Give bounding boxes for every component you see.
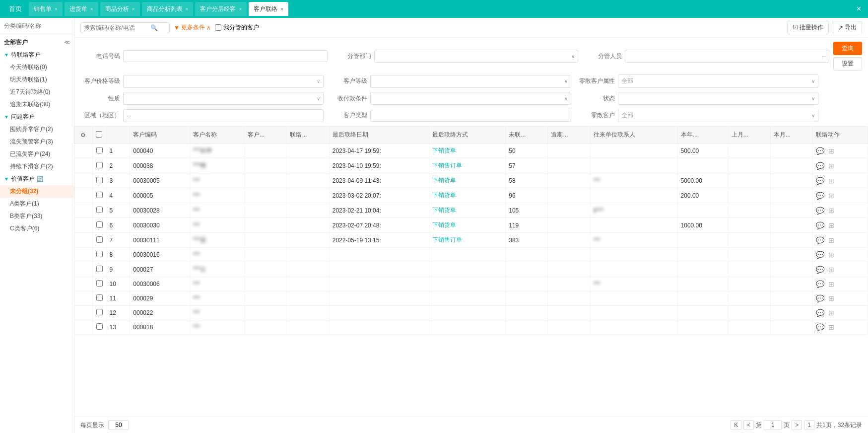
filter-dept-select[interactable]: ∨ — [374, 50, 579, 63]
current-page-input[interactable] — [764, 420, 782, 430]
reset-button[interactable]: 设置 — [833, 57, 862, 71]
checkbox-cell[interactable] — [92, 277, 106, 291]
sidebar-item-tomorrow-pending[interactable]: 明天待联络(1) — [0, 73, 74, 86]
row-checkbox[interactable] — [96, 147, 103, 153]
last-contact-type-column-header[interactable]: 最后联络方式 — [429, 127, 506, 144]
row-checkbox[interactable] — [96, 192, 103, 198]
sidebar-item-abnormal-customers[interactable]: 囤购异常客户(2) — [0, 123, 74, 136]
close-window-button[interactable]: × — [854, 4, 864, 13]
code-column-header[interactable]: 客户编码 — [130, 127, 190, 144]
sidebar-group-problem[interactable]: ▼ 问题客户 — [0, 111, 74, 123]
last-contact-type-cell[interactable]: 下销货单 — [429, 144, 506, 158]
sidebar-item-today-pending[interactable]: 今天待联络(0) — [0, 61, 74, 73]
filter-payment-select[interactable]: ∨ — [370, 92, 571, 105]
close-sales-tab[interactable]: × — [55, 6, 58, 12]
sidebar-item-declining[interactable]: 持续下滑客户(2) — [0, 160, 74, 173]
first-page-button[interactable]: K — [731, 420, 741, 430]
grid-icon[interactable]: ⊞ — [828, 294, 834, 302]
last-contact-type-cell[interactable] — [429, 320, 506, 335]
last-month-column-header[interactable]: 上月... — [728, 127, 770, 144]
tab-analysis-list[interactable]: 商品分析列表 × — [142, 2, 194, 16]
last-contact-type-cell[interactable]: 下销货单 — [429, 203, 506, 218]
grid-icon[interactable]: ⊞ — [828, 162, 834, 170]
contact-type-link[interactable]: 下销货单 — [432, 177, 456, 184]
comment-icon[interactable]: 💬 — [816, 323, 824, 331]
batch-op-button[interactable]: ☑ 批量操作 — [787, 21, 829, 34]
last-page-button[interactable]: 1 — [804, 420, 814, 430]
close-customer-contact-tab[interactable]: × — [280, 6, 283, 12]
no-contact-column-header[interactable]: 未联... — [506, 127, 548, 144]
last-contact-type-cell[interactable]: 下销售订单 — [429, 233, 506, 248]
last-contact-type-cell[interactable] — [429, 291, 506, 306]
sidebar-search-input[interactable] — [4, 22, 74, 29]
per-page-input[interactable] — [108, 420, 129, 430]
this-year-column-header[interactable]: 本年... — [677, 127, 728, 144]
contact-type-link[interactable]: 下销售订单 — [432, 162, 462, 169]
contact-type-link[interactable]: 下销货单 — [432, 207, 456, 214]
checkbox-cell[interactable] — [92, 188, 106, 203]
last-contact-type-cell[interactable]: 下销售订单 — [429, 158, 506, 173]
filter-customer-level-select[interactable]: ∨ — [370, 75, 571, 88]
unit-contact-column-header[interactable]: 往来单位联系人 — [590, 127, 677, 144]
last-contact-type-cell[interactable] — [429, 248, 506, 262]
sidebar-item-overdue-no-contact[interactable]: 逾期未联络(30) — [0, 98, 74, 111]
contact-type-link[interactable]: 下销售订单 — [432, 236, 462, 243]
tab-customer-segment[interactable]: 客户分层经客 × — [195, 2, 247, 16]
comment-icon[interactable]: 💬 — [816, 162, 824, 170]
row-checkbox[interactable] — [96, 177, 103, 183]
overdue-column-header[interactable]: 逾期... — [548, 127, 590, 144]
row-checkbox[interactable] — [96, 221, 103, 228]
comment-icon[interactable]: 💬 — [816, 280, 824, 288]
comment-icon[interactable]: 💬 — [816, 294, 824, 302]
export-button[interactable]: ↗ 导出 — [833, 21, 862, 34]
row-checkbox[interactable] — [96, 207, 103, 213]
tab-sales[interactable]: 销售单 × — [29, 2, 63, 16]
row-checkbox[interactable] — [96, 266, 103, 272]
close-analysis-tab[interactable]: × — [132, 6, 135, 12]
filter-manager-select[interactable]: ··· — [625, 50, 829, 63]
last-contact-type-cell[interactable]: 下销货单 — [429, 173, 506, 188]
close-purchase-tab[interactable]: × — [90, 6, 93, 12]
checkbox-cell[interactable] — [92, 158, 106, 173]
last-contact-type-cell[interactable] — [429, 262, 506, 277]
sidebar-item-class-a[interactable]: A类客户(1) — [0, 198, 74, 210]
sidebar-item-ungroup[interactable]: 未分组(32) — [0, 185, 74, 198]
checkbox-cell[interactable] — [92, 248, 106, 262]
sidebar-group-pending[interactable]: ▼ 待联络客户 — [0, 49, 74, 61]
filter-search-icon[interactable]: 🔍 — [150, 24, 158, 31]
last-contact-type-cell[interactable]: 下销货单 — [429, 218, 506, 233]
sidebar-item-churned[interactable]: 已流失客户(24) — [0, 148, 74, 160]
sidebar-item-class-c[interactable]: C类客户(6) — [0, 222, 74, 235]
next-page-button[interactable]: > — [792, 420, 802, 430]
filter-phone-input[interactable] — [123, 50, 328, 62]
filter-search-box[interactable]: 🔍 — [80, 22, 170, 33]
tab-analysis[interactable]: 商品分析 × — [100, 2, 140, 16]
grid-icon[interactable]: ⊞ — [828, 236, 834, 244]
grid-icon[interactable]: ⊞ — [828, 221, 834, 229]
checkbox-cell[interactable] — [92, 203, 106, 218]
this-month-column-header[interactable]: 本月... — [771, 127, 813, 144]
comment-icon[interactable]: 💬 — [816, 221, 824, 229]
filter-customer-type-input[interactable] — [370, 110, 571, 122]
checkbox-cell[interactable] — [92, 306, 106, 320]
row-checkbox[interactable] — [96, 280, 103, 287]
sidebar-item-churn-warning[interactable]: 流失预警客户(3) — [0, 136, 74, 148]
grid-icon[interactable]: ⊞ — [828, 266, 834, 274]
filter-retail-customer-select[interactable]: 全部 ∨ — [618, 109, 818, 122]
checkbox-cell[interactable] — [92, 218, 106, 233]
last-contact-type-cell[interactable]: 下销货单 — [429, 188, 506, 203]
checkbox-cell[interactable] — [92, 320, 106, 335]
comment-icon[interactable]: 💬 — [816, 309, 824, 317]
grid-icon[interactable]: ⊞ — [828, 323, 834, 331]
tab-purchase[interactable]: 进货单 × — [65, 2, 98, 16]
grid-icon[interactable]: ⊞ — [828, 280, 834, 288]
all-customers-header[interactable]: 全部客户 ≪ — [0, 34, 74, 49]
sidebar-item-class-b[interactable]: B类客户(33) — [0, 210, 74, 222]
last-contact-type-cell[interactable] — [429, 306, 506, 320]
comment-icon[interactable]: 💬 — [816, 207, 824, 215]
grid-icon[interactable]: ⊞ — [828, 207, 834, 215]
row-checkbox[interactable] — [96, 236, 103, 243]
filter-search-input[interactable] — [84, 24, 148, 31]
checkbox-cell[interactable] — [92, 144, 106, 158]
last-contact-type-cell[interactable] — [429, 277, 506, 291]
